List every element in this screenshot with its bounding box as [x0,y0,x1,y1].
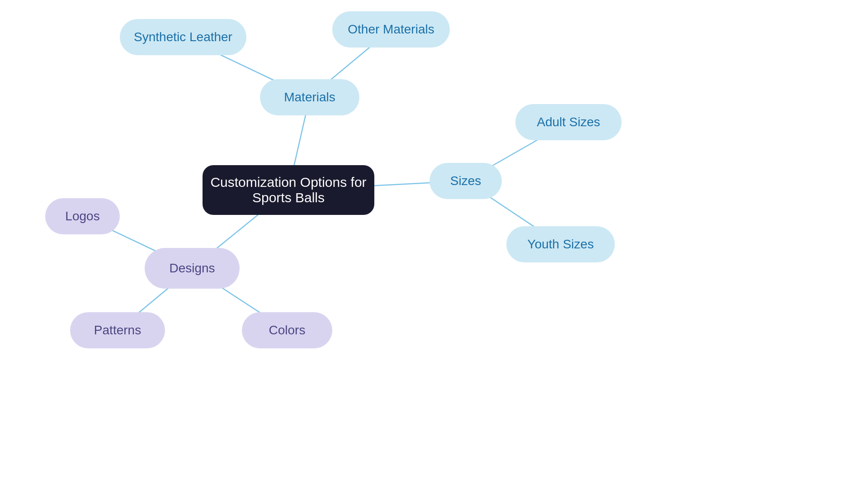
synthetic-leather-node[interactable]: Synthetic Leather [120,19,246,55]
center-node[interactable]: Customization Options for Sports Balls [203,165,374,215]
colors-label: Colors [269,323,306,338]
other-materials-label: Other Materials [348,22,434,37]
sizes-node[interactable]: Sizes [429,163,502,199]
colors-node[interactable]: Colors [242,312,332,348]
logos-label: Logos [65,209,99,224]
youth-sizes-label: Youth Sizes [528,237,594,252]
youth-sizes-node[interactable]: Youth Sizes [506,226,615,262]
logos-node[interactable]: Logos [45,198,120,234]
adult-sizes-node[interactable]: Adult Sizes [515,104,622,140]
materials-node[interactable]: Materials [260,79,359,115]
patterns-node[interactable]: Patterns [70,312,165,348]
materials-label: Materials [284,90,335,105]
center-label: Customization Options for Sports Balls [203,175,374,205]
other-materials-node[interactable]: Other Materials [332,11,450,48]
sizes-label: Sizes [450,174,481,188]
patterns-label: Patterns [94,323,141,338]
adult-sizes-label: Adult Sizes [537,115,600,129]
designs-label: Designs [169,261,215,276]
synthetic-leather-label: Synthetic Leather [134,30,232,44]
designs-node[interactable]: Designs [145,248,240,289]
